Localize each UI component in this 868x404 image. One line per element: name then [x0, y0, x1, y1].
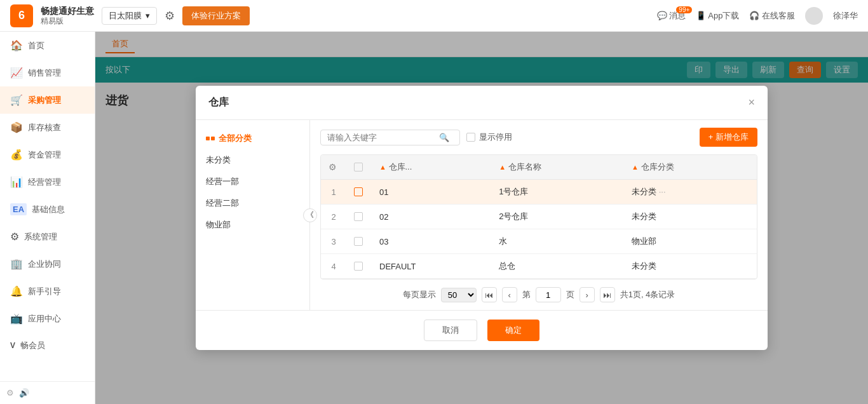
- th-name: ▲ 仓库名称: [491, 155, 624, 180]
- main-content: 首页 按以下 印 导出 刷新 查询 设置 进货 仓库 ×: [95, 32, 868, 404]
- industry-btn[interactable]: 体验行业方案: [182, 6, 250, 25]
- search-input[interactable]: [327, 133, 435, 142]
- brand-sub: 精易版: [41, 17, 94, 27]
- select-all-checkbox[interactable]: [354, 163, 363, 172]
- sidebar-item-guide[interactable]: 🔔 新手引导: [0, 278, 95, 305]
- sidebar-item-operations[interactable]: 📊 经营管理: [0, 168, 95, 196]
- logo: 6: [10, 4, 33, 27]
- table-row[interactable]: 1 01 1号仓库 未分类 ···: [321, 180, 757, 205]
- layout: 🏠 首页 📈 销售管理 🛒 采购管理 📦 库存核查 💰 资金管理 📊 经营管理 …: [0, 32, 868, 404]
- message-badge[interactable]: 💬 99+ 消息: [657, 10, 686, 22]
- sidebar-item-finance[interactable]: 💰 资金管理: [0, 141, 95, 168]
- row-check-1[interactable]: [346, 180, 372, 205]
- sort-name-icon: ▲: [499, 163, 506, 171]
- collapse-panel-btn[interactable]: 《: [303, 208, 317, 222]
- app-icon: 📱: [696, 11, 706, 20]
- warehouse-table-wrap: ⚙ ▲ 仓库... ▲ 仓库名称 ▲ 仓库分类 1: [320, 154, 757, 279]
- sidebar-label-finance: 资金管理: [28, 149, 61, 161]
- row-action-1[interactable]: ···: [659, 187, 666, 196]
- purchase-icon: 🛒: [10, 94, 23, 106]
- sidebar-label-sales: 销售管理: [28, 67, 61, 79]
- show-disabled-checkbox[interactable]: [466, 133, 475, 142]
- settings-bottom-icon[interactable]: ⚙: [6, 388, 14, 398]
- confirm-btn[interactable]: 确定: [487, 320, 539, 341]
- sidebar-item-enterprise[interactable]: 🏢 企业协同: [0, 250, 95, 278]
- first-page-btn[interactable]: ⏮: [482, 287, 497, 302]
- row-checkbox-1[interactable]: [354, 187, 363, 196]
- sidebar-item-home[interactable]: 🏠 首页: [0, 32, 95, 59]
- prev-page-btn[interactable]: ‹: [502, 287, 517, 302]
- store-name: 日太阳膜: [109, 10, 142, 22]
- cat-dept2[interactable]: 经营二部: [196, 192, 309, 214]
- row-name-3: 水: [491, 229, 624, 254]
- sales-icon: 📈: [10, 67, 23, 79]
- sidebar-label-guide: 新手引导: [28, 286, 61, 297]
- row-num-3: 3: [321, 229, 346, 254]
- store-selector[interactable]: 日太阳膜 ▾: [102, 7, 157, 25]
- show-disabled-toggle[interactable]: 显示停用: [466, 131, 512, 143]
- page-label: 第: [522, 289, 531, 300]
- row-num-2: 2: [321, 205, 346, 229]
- cat-uncategorized[interactable]: 未分类: [196, 149, 309, 171]
- row-cat-4: 未分类: [624, 254, 757, 279]
- table-row[interactable]: 3 03 水 物业部: [321, 229, 757, 254]
- sidebar-bottom: ⚙ 🔊: [0, 381, 95, 404]
- next-page-btn[interactable]: ›: [580, 287, 595, 302]
- sidebar-item-basic[interactable]: EA 基础信息: [0, 196, 95, 223]
- guide-icon: 🔔: [10, 285, 23, 297]
- sort-icon: ▲: [379, 163, 386, 171]
- sidebar-item-system[interactable]: ⚙ 系统管理: [0, 223, 95, 250]
- app-download[interactable]: 📱 App下载: [696, 10, 739, 22]
- gear-icon[interactable]: ⚙: [329, 162, 337, 172]
- sidebar-item-apps[interactable]: 📺 应用中心: [0, 305, 95, 332]
- page-input[interactable]: [536, 287, 561, 302]
- row-code-1: 01: [372, 180, 491, 205]
- cat-property-label: 物业部: [206, 219, 231, 231]
- row-check-4[interactable]: [346, 254, 372, 279]
- last-page-btn[interactable]: ⏭: [600, 287, 615, 302]
- warehouse-modal: 仓库 × 全部分类: [196, 86, 768, 350]
- volume-icon[interactable]: 🔊: [19, 388, 29, 398]
- finance-icon: 💰: [10, 149, 23, 161]
- sidebar: 🏠 首页 📈 销售管理 🛒 采购管理 📦 库存核查 💰 资金管理 📊 经营管理 …: [0, 32, 95, 404]
- row-name-4: 总仓: [491, 254, 624, 279]
- modal-close-btn[interactable]: ×: [748, 96, 755, 109]
- row-name-1: 1号仓库: [491, 180, 624, 205]
- row-code-3: 03: [372, 229, 491, 254]
- member-icon: V: [10, 341, 15, 350]
- sidebar-item-sales[interactable]: 📈 销售管理: [0, 59, 95, 86]
- table-row[interactable]: 2 02 2号仓库 未分类: [321, 205, 757, 229]
- badge-count: 99+: [676, 6, 692, 13]
- search-icon: 🔍: [439, 133, 449, 142]
- sidebar-label-inventory: 库存核查: [28, 122, 61, 133]
- search-container: 🔍: [320, 130, 460, 145]
- service-icon: 🎧: [749, 11, 759, 20]
- modal-footer: 取消 确定: [196, 310, 768, 350]
- category-panel: 全部分类 未分类 经营一部 经营二部 物业部: [196, 120, 310, 310]
- cat-dept1[interactable]: 经营一部: [196, 171, 309, 192]
- row-check-3[interactable]: [346, 229, 372, 254]
- per-page-select[interactable]: 50 10 20 100: [441, 288, 477, 302]
- cat-all[interactable]: 全部分类: [196, 128, 309, 149]
- modal-header: 仓库 ×: [196, 86, 768, 120]
- table-row[interactable]: 4 DEFAULT 总仓 未分类: [321, 254, 757, 279]
- row-checkbox-2[interactable]: [354, 212, 363, 221]
- sidebar-label-enterprise: 企业协同: [28, 259, 61, 270]
- sidebar-item-inventory[interactable]: 📦 库存核查: [0, 114, 95, 141]
- enterprise-icon: 🏢: [10, 258, 23, 270]
- sidebar-item-purchase[interactable]: 🛒 采购管理: [0, 86, 95, 114]
- sidebar-label-home: 首页: [28, 40, 44, 51]
- sidebar-label-basic: 基础信息: [32, 204, 65, 215]
- sidebar-label-member: 畅会员: [20, 340, 45, 351]
- row-check-2[interactable]: [346, 205, 372, 229]
- sidebar-item-member[interactable]: V 畅会员: [0, 332, 95, 359]
- online-service[interactable]: 🎧 在线客服: [749, 10, 795, 22]
- cancel-btn[interactable]: 取消: [424, 320, 477, 341]
- settings-icon[interactable]: ⚙: [165, 9, 175, 23]
- row-checkbox-3[interactable]: [354, 237, 363, 246]
- add-warehouse-btn[interactable]: + 新增仓库: [700, 128, 757, 147]
- cat-property[interactable]: 物业部: [196, 214, 309, 236]
- message-icon: 💬: [657, 11, 667, 20]
- row-checkbox-4[interactable]: [354, 262, 363, 271]
- sidebar-label-purchase: 采购管理: [28, 95, 61, 106]
